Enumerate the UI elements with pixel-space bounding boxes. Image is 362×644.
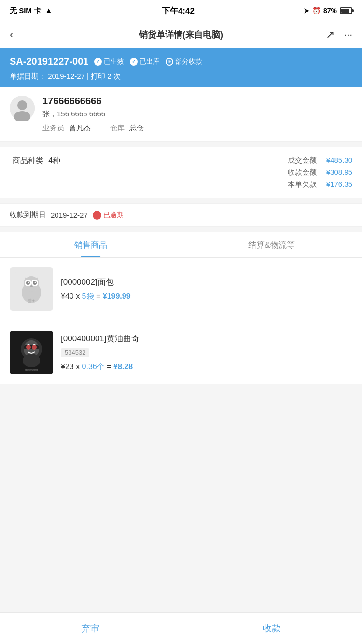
warehouse-value: 总仓 bbox=[129, 124, 144, 132]
product-price-1: ¥40 x 5袋 = ¥199.99 bbox=[61, 292, 352, 302]
received-value: ¥308.95 bbox=[326, 168, 352, 177]
list-item: diamond [000400001]黄油曲奇 534532 ¥23 x 0.3… bbox=[0, 321, 362, 384]
svg-point-1 bbox=[17, 100, 27, 110]
kind-value: 4种 bbox=[48, 156, 60, 165]
price-base-2: ¥23 bbox=[61, 363, 74, 371]
date-value: 2019-12-27 bbox=[48, 72, 85, 80]
amount-row: 成交金额 ¥485.30 bbox=[288, 156, 352, 165]
cancel-button[interactable]: 弃审 bbox=[0, 616, 181, 642]
nav-actions: ↗ ··· bbox=[326, 28, 352, 41]
confirm-button[interactable]: 收款 bbox=[181, 616, 362, 642]
total-1: ¥199.99 bbox=[103, 292, 131, 300]
product-thumb-1: 兽+ bbox=[10, 267, 53, 311]
warehouse: 仓库 总仓 bbox=[110, 124, 144, 133]
qty-1: 5袋 bbox=[82, 292, 94, 300]
status-time: 下午4:42 bbox=[162, 5, 195, 16]
due-section: 收款到期日 2019-12-27 ! 已逾期 bbox=[0, 203, 362, 227]
banner-row1: SA-20191227-001 已生效 已出库 ⊙ 部分收款 bbox=[10, 56, 352, 67]
kind-label: 商品种类 bbox=[13, 156, 43, 165]
product-name-1: [0000002]面包 bbox=[61, 277, 352, 288]
product-thumb-2: diamond bbox=[10, 331, 53, 374]
svg-point-25 bbox=[26, 345, 31, 350]
list-item: 兽+ [0000002]面包 ¥40 x 5袋 = ¥199.99 bbox=[0, 258, 362, 321]
received-row: 收款金额 ¥308.95 bbox=[288, 168, 352, 177]
product-list: 兽+ [0000002]面包 ¥40 x 5袋 = ¥199.99 bbox=[0, 258, 362, 384]
overdue-icon: ! bbox=[93, 211, 101, 220]
badge-activated: 已生效 bbox=[94, 57, 124, 66]
qty-2: 0.36个 bbox=[82, 363, 105, 371]
customer-sub: 张，156 6666 6666 bbox=[42, 110, 352, 119]
avatar bbox=[10, 96, 35, 121]
badge-shipped: 已出库 bbox=[130, 57, 160, 66]
product-sku-2: 534532 bbox=[61, 348, 89, 357]
nav-bar: ‹ 销货单详情(来自电脑) ↗ ··· bbox=[0, 21, 362, 48]
status-right: ➤ ⏰ 87% bbox=[304, 7, 352, 14]
svg-point-26 bbox=[32, 345, 37, 350]
badge-partial: ⊙ 部分收款 bbox=[166, 57, 202, 66]
share-button[interactable]: ↗ bbox=[326, 28, 334, 41]
total-2: ¥8.28 bbox=[113, 363, 133, 371]
summary-left: 商品种类 4种 bbox=[10, 156, 60, 166]
overdue-label: 已逾期 bbox=[103, 211, 124, 220]
owed-row: 本单欠款 ¥176.35 bbox=[288, 180, 352, 189]
product-name-2: [000400001]黄油曲奇 bbox=[61, 333, 352, 344]
salesperson: 业务员 曾凡杰 bbox=[42, 124, 91, 133]
battery-text: 87% bbox=[323, 7, 337, 14]
equals-2: = bbox=[107, 363, 113, 371]
product-price-2: ¥23 x 0.36个 = ¥8.28 bbox=[61, 362, 352, 372]
more-button[interactable]: ··· bbox=[344, 29, 352, 40]
due-value: 2019-12-27 bbox=[51, 211, 88, 219]
clock-icon: ⊙ bbox=[166, 58, 173, 66]
status-bar: 无 SIM 卡 ▲ 下午4:42 ➤ ⏰ 87% bbox=[0, 0, 362, 21]
overdue-badge: ! 已逾期 bbox=[93, 211, 124, 220]
summary-section: 商品种类 4种 成交金额 ¥485.30 收款金额 ¥308.95 本单欠款 ¥… bbox=[0, 147, 362, 198]
customer-name: 17666666666 bbox=[42, 96, 352, 107]
svg-point-23 bbox=[23, 354, 40, 367]
status-left: 无 SIM 卡 ▲ bbox=[10, 6, 53, 15]
svg-point-10 bbox=[28, 282, 29, 283]
tabs-section: 销售商品 结算&物流等 bbox=[0, 232, 362, 258]
print-info: | 打印 2 次 bbox=[87, 72, 121, 80]
back-button[interactable]: ‹ bbox=[10, 28, 29, 41]
banner-date-row: 单据日期： 2019-12-27 | 打印 2 次 bbox=[10, 72, 352, 81]
svg-text:兽+: 兽+ bbox=[28, 298, 35, 303]
multiply-1: x bbox=[76, 292, 82, 300]
summary-row: 商品种类 4种 成交金额 ¥485.30 收款金额 ¥308.95 本单欠款 ¥… bbox=[10, 156, 352, 189]
sales-label: 业务员 bbox=[42, 124, 64, 132]
owed-value: ¥176.35 bbox=[326, 180, 352, 189]
warehouse-label: 仓库 bbox=[110, 124, 125, 132]
carrier-text: 无 SIM 卡 bbox=[10, 6, 41, 15]
page-title: 销货单详情(来自电脑) bbox=[139, 29, 223, 41]
customer-section: 17666666666 张，156 6666 6666 业务员 曾凡杰 仓库 总… bbox=[0, 87, 362, 142]
summary-right: 成交金额 ¥485.30 收款金额 ¥308.95 本单欠款 ¥176.35 bbox=[288, 156, 352, 189]
svg-text:diamond: diamond bbox=[25, 368, 38, 372]
multiply-2: x bbox=[76, 363, 82, 371]
battery-icon bbox=[340, 7, 352, 14]
wifi-icon: ▲ bbox=[45, 6, 53, 15]
tab-settlement[interactable]: 结算&物流等 bbox=[181, 232, 362, 257]
product-details-2: [000400001]黄油曲奇 534532 ¥23 x 0.36个 = ¥8.… bbox=[61, 333, 352, 372]
customer-meta: 业务员 曾凡杰 仓库 总仓 bbox=[42, 124, 352, 133]
tab-products[interactable]: 销售商品 bbox=[0, 232, 181, 257]
amount-value: ¥485.30 bbox=[326, 156, 352, 165]
sales-value: 曾凡杰 bbox=[69, 124, 91, 132]
customer-info: 17666666666 张，156 6666 6666 业务员 曾凡杰 仓库 总… bbox=[42, 96, 352, 133]
check-icon-1 bbox=[94, 58, 102, 66]
amount-label: 成交金额 bbox=[288, 156, 317, 165]
order-id: SA-20191227-001 bbox=[10, 56, 88, 67]
date-label: 单据日期： bbox=[10, 72, 46, 80]
owl-image: 兽+ bbox=[10, 267, 53, 311]
header-banner: SA-20191227-001 已生效 已出库 ⊙ 部分收款 单据日期： 201… bbox=[0, 48, 362, 87]
check-icon-2 bbox=[130, 58, 138, 66]
received-label: 收款金额 bbox=[288, 168, 317, 177]
owed-label: 本单欠款 bbox=[288, 180, 317, 189]
bottom-bar: 弃审 收款 bbox=[0, 612, 362, 644]
due-label: 收款到期日 bbox=[10, 210, 46, 220]
svg-point-11 bbox=[35, 282, 36, 283]
location-icon: ➤ bbox=[304, 7, 309, 14]
price-base-1: ¥40 bbox=[61, 292, 74, 300]
dark-image: diamond bbox=[10, 331, 53, 374]
product-details-1: [0000002]面包 ¥40 x 5袋 = ¥199.99 bbox=[61, 277, 352, 302]
alarm-icon: ⏰ bbox=[312, 7, 320, 14]
equals-1: = bbox=[96, 292, 103, 300]
